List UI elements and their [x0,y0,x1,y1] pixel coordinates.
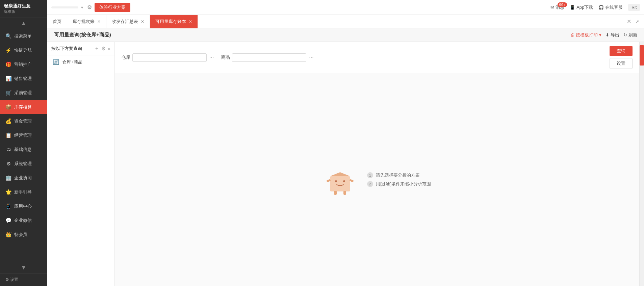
wechat-icon: 💬 [5,217,11,224]
app-label: App下载 [576,4,593,10]
product-label: 商品 [221,54,230,60]
marketing-icon: 🎁 [5,61,11,68]
print-icon: 🖨 [570,32,574,37]
search-icon: 🔍 [5,33,11,39]
add-scheme-btn[interactable]: ＋ [94,45,99,52]
sidebar-item-label: 新手引导 [14,189,32,195]
print-btn[interactable]: 🖨 按模板打印 ▾ [570,32,601,38]
app-download-btn[interactable]: 📱 App下载 [570,4,593,10]
tab-close-icon[interactable]: ✕ [189,19,192,24]
settings-scheme-btn[interactable]: ⚙ [101,46,106,52]
sidebar-item-wechat[interactable]: 💬 企业微信 [0,213,47,228]
sidebar-scroll-up[interactable]: ▲ [0,18,47,29]
svg-rect-4 [334,191,337,195]
sidebar: 畅康通好生意 标准版 ▲ 🔍 搜索菜单 ⚡ 快捷导航 🎁 营销推广 📊 销售管理… [0,0,47,286]
scheme-item-warehouse-product[interactable]: 🔄 仓库+商品 [47,55,114,69]
sidebar-item-label: 快捷导航 [14,47,32,53]
service-btn[interactable]: 🎧 在线客服 [598,4,623,10]
sidebar-item-system[interactable]: ⚙ 系统管理 [0,157,47,171]
topbar: ▾ ⚙ 体验行业方案 ✉ 消息 99+ 📱 App下载 🎧 在线客服 Rit [47,0,644,15]
sidebar-item-inventory[interactable]: 📦 库存核算 [0,100,47,114]
export-icon: ⬇ [606,32,609,37]
tab-batch-accounts[interactable]: 库存批次账 ✕ [67,15,106,28]
shortcut-icon: ⚡ [5,47,11,53]
message-badge: 99+ [558,2,567,7]
warehouse-more-icon[interactable]: ··· [209,54,214,60]
sidebar-item-sales[interactable]: 📊 销售管理 [0,72,47,86]
gear-icon[interactable]: ⚙ [87,4,92,10]
user-btn[interactable]: Rit [628,4,640,11]
service-label: 在线客服 [605,4,623,10]
finance-icon: 💰 [5,118,11,124]
message-icon: ✉ [550,5,554,10]
warehouse-input[interactable] [132,53,207,62]
sidebar-item-label: 库存核算 [14,104,32,110]
sidebar-item-label: 应用中心 [14,203,32,209]
product-field-group: 商品 ··· [221,53,314,62]
step2-text: 用[过滤]条件来缩小分析范围 [376,180,431,188]
sidebar-item-label: 基础信息 [14,147,32,153]
sidebar-item-purchase[interactable]: 🛒 采购管理 [0,86,47,100]
edition-label: 标准版 [4,9,43,14]
scheme-icon: 🔄 [53,59,59,65]
scheme-label: 仓库+商品 [62,59,82,65]
sidebar-item-label: 销售管理 [14,76,32,82]
sidebar-item-search[interactable]: 🔍 搜索菜单 [0,29,47,43]
topbar-right: ✉ 消息 99+ 📱 App下载 🎧 在线客服 Rit [550,4,640,11]
sidebar-item-basic[interactable]: 🗂 基础信息 [0,142,47,157]
sidebar-bottom[interactable]: ⚙ 设置 [0,273,47,286]
scroll-thumb[interactable] [640,45,644,66]
sidebar-item-label: 资金管理 [14,118,32,124]
tab-close-icon[interactable]: ✕ [97,19,101,24]
maximize-icon[interactable]: ⤢ [634,19,641,24]
service-icon: 🎧 [598,5,604,10]
query-btn[interactable]: 查询 [610,46,633,56]
sidebar-item-operation[interactable]: 📋 经营管理 [0,128,47,142]
sales-icon: 📊 [5,76,11,82]
sidebar-item-apps[interactable]: 📱 应用中心 [0,199,47,213]
main-area: ▾ ⚙ 体验行业方案 ✉ 消息 99+ 📱 App下载 🎧 在线客服 Rit 首… [47,0,644,286]
svg-rect-0 [330,176,350,191]
empty-text: 1 请先选择要分析的方案 2 用[过滤]条件来缩小分析范围 [367,171,431,188]
product-input[interactable] [232,53,306,62]
close-all-tabs-icon[interactable]: ✕ [625,18,633,25]
tabs-right-actions: ✕ ⤢ [622,18,644,25]
newbie-icon: 🌟 [5,189,11,195]
sidebar-item-shortcut[interactable]: ⚡ 快捷导航 [0,43,47,57]
tab-label: 收发存汇总表 [112,19,138,25]
query-fields: 仓库 ··· 商品 ··· 查询 设置 [115,42,639,73]
purchase-icon: 🛒 [5,90,11,96]
tab-close-icon[interactable]: ✕ [141,19,144,24]
sidebar-item-label: 经营管理 [14,132,32,138]
sidebar-item-finance[interactable]: 💰 资金管理 [0,114,47,128]
left-panel-title: 按以下方案查询 [51,46,92,52]
dropdown-arrow-icon[interactable]: ▾ [81,5,83,10]
right-scrollbar[interactable] [639,42,644,286]
breadcrumb [51,6,78,8]
tab-inventory-summary[interactable]: 收发存汇总表 ✕ [106,15,150,28]
sidebar-item-enterprise[interactable]: 🏢 企业协同 [0,171,47,185]
company-name: 畅康通好生意 [4,3,43,9]
export-btn[interactable]: ⬇ 导出 [606,32,619,38]
product-more-icon[interactable]: ··· [308,54,314,60]
trial-btn[interactable]: 体验行业方案 [95,3,130,12]
sidebar-item-member[interactable]: 👑 畅会员 [0,228,47,242]
collapse-panel-btn[interactable]: « [108,46,110,51]
sidebar-item-label: 搜索菜单 [14,33,32,39]
basic-icon: 🗂 [5,147,11,152]
enterprise-icon: 🏢 [5,175,11,181]
sidebar-item-marketing[interactable]: 🎁 营销推广 [0,57,47,72]
tab-available-qty[interactable]: 可用量库存账本 ✕ [150,15,198,28]
sidebar-item-newbie[interactable]: 🌟 新手引导 [0,185,47,199]
svg-point-3 [343,180,345,182]
message-btn[interactable]: ✉ 消息 99+ [550,4,564,10]
sidebar-item-label: 畅会员 [14,232,27,238]
warehouse-label: 仓库 [122,54,130,60]
sidebar-scroll-down[interactable]: ▼ [0,262,47,273]
sidebar-item-label: 企业协同 [14,175,32,181]
tab-home[interactable]: 首页 [47,15,67,28]
settings-btn[interactable]: 设置 [610,58,633,69]
warehouse-field-group: 仓库 ··· [122,53,214,62]
page-title: 可用量查询(按仓库+商品) [54,32,111,38]
refresh-btn[interactable]: ↻ 刷新 [623,32,637,38]
